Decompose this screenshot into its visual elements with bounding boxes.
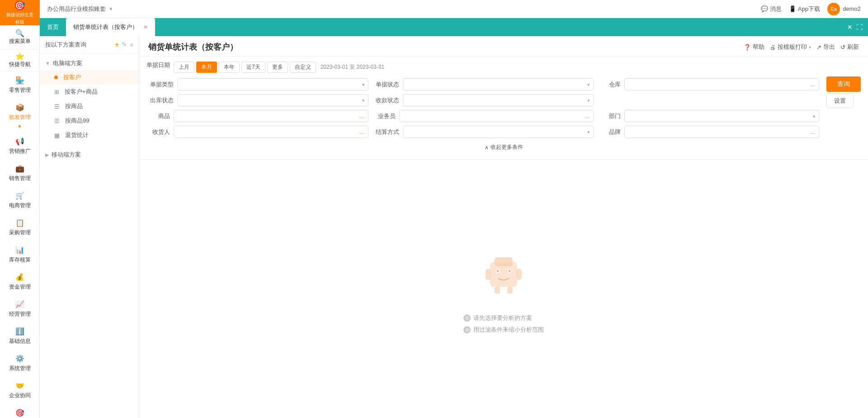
print-dropdown-icon[interactable]: ▾ (809, 45, 811, 50)
scheme-item-by-customer[interactable]: 按客户 (40, 70, 139, 85)
doc-status-select[interactable] (403, 78, 594, 90)
scheme-header-actions: + ✎ « (115, 41, 133, 49)
date-btn-last-month[interactable]: 上月 (174, 62, 194, 73)
receiver-label: 收货人 (150, 128, 174, 136)
message-btn[interactable]: 💬 消息 (761, 5, 782, 13)
export-btn[interactable]: ↗ 导出 (816, 43, 835, 51)
enterprise-icon: 🤝 (15, 381, 24, 390)
tab-close-window-icon[interactable]: ✕ (847, 24, 853, 31)
filter-cell-receipt-status: 收款状态 ▾ (372, 92, 598, 108)
hint-num-1: ① (463, 314, 471, 322)
sidebar-item-purchase[interactable]: 📋 采购管理 (0, 214, 39, 241)
query-button[interactable]: 查询 (826, 76, 861, 92)
out-status-select[interactable] (177, 94, 368, 106)
tab-expand-icon[interactable]: ⛶ (856, 24, 863, 31)
tab-maximize-group: ✕ ⛶ (847, 24, 863, 31)
brand-dots-btn[interactable]: ... (810, 128, 815, 135)
tab-report-label: 销货单统计表（按客户） (73, 23, 138, 31)
filter-cell-salesperson: 业务员 ... (372, 108, 598, 124)
help-btn[interactable]: ❓ 帮助 (744, 43, 764, 51)
sidebar-item-search[interactable]: 🔍 搜索菜单 (0, 25, 39, 49)
svg-rect-1 (495, 257, 513, 266)
filter-cell-warehouse: 仓库 ... (597, 76, 823, 92)
warehouse-dots-btn[interactable]: ... (810, 81, 815, 88)
scheme-item-by-product99[interactable]: ☰ 按商品99 (40, 114, 139, 128)
date-btn-this-year[interactable]: 本年 (219, 62, 240, 73)
tab-home[interactable]: 首页 (40, 18, 66, 36)
tab-close-icon[interactable]: ✕ (143, 24, 148, 30)
collapse-bar[interactable]: ∧ 收起更多条件 (146, 140, 861, 155)
date-btn-more[interactable]: 更多 (267, 62, 288, 73)
date-btn-this-month[interactable]: 本月 (196, 62, 217, 73)
department-select[interactable] (624, 110, 819, 122)
scheme-add-btn[interactable]: + (115, 41, 119, 49)
purchase-icon: 📋 (15, 218, 24, 227)
out-status-label: 出库状态 (150, 96, 177, 104)
hint-text-2: 用过滤条件来缩小分析范围 (473, 326, 544, 334)
scheme-group-desktop-header[interactable]: ▼ 电脑端方案 (40, 57, 139, 70)
scheme-item-by-product-label: 按商品 (65, 102, 83, 110)
sidebar-item-finance[interactable]: 💰 资金管理 (0, 268, 39, 295)
date-btn-custom[interactable]: 自定义 (290, 62, 316, 73)
date-label: 单据日期 (146, 61, 174, 69)
receiver-input[interactable]: ... (174, 126, 368, 138)
department-control: ▾ (624, 110, 819, 122)
scheme-item-refund-stats[interactable]: ▦ 退货统计 (40, 128, 139, 142)
scheme-group-mobile: ▶ 移动端方案 (40, 145, 139, 164)
salesperson-dots-btn[interactable]: ... (585, 113, 590, 119)
sidebar-item-wholesale[interactable]: 📦 批发管理 ▲ (0, 99, 39, 133)
user-profile[interactable]: Ea demo2 (827, 3, 861, 15)
product-dots-btn[interactable]: ... (359, 113, 364, 119)
doc-status-control: ▾ (403, 78, 594, 90)
brand-input[interactable]: ... (624, 126, 819, 138)
header-dropdown-icon[interactable]: ▾ (109, 5, 113, 12)
tab-report[interactable]: 销货单统计表（按客户） ✕ (66, 18, 155, 36)
doc-type-select[interactable] (177, 78, 368, 90)
sidebar-item-inventory[interactable]: 📊 库存核算 (0, 241, 39, 268)
warehouse-input[interactable]: ... (624, 78, 819, 90)
sidebar-item-sales[interactable]: 💼 销售管理 (0, 160, 39, 187)
sidebar-item-basic[interactable]: ℹ️ 基础信息 (0, 323, 39, 350)
settings-button[interactable]: 设置 (826, 94, 854, 108)
print-btn[interactable]: 🖨 按模板打印 ▾ (770, 43, 811, 51)
sidebar-item-operations[interactable]: 📈 经营管理 (0, 295, 39, 323)
app-download-btn[interactable]: 📱 App下载 (789, 5, 820, 13)
scheme-group-mobile-label: 移动端方案 (52, 151, 81, 159)
settlement-select[interactable] (403, 126, 594, 138)
wholesale-arrow: ▲ (18, 123, 22, 128)
scheme-edit-btn[interactable]: ✎ (122, 41, 127, 49)
scheme-item-by-customer-product[interactable]: ⊞ 按客户+商品 (40, 85, 139, 99)
receiver-dots-btn[interactable]: ... (359, 128, 364, 135)
header-left: 办公用品行业模拟账套 ▾ (47, 5, 113, 13)
filter-cell-department: 部门 ▾ (597, 108, 823, 124)
page-title: 销货单统计表（按客户） (148, 42, 238, 52)
refresh-btn[interactable]: ↺ 刷新 (840, 43, 859, 51)
wholesale-icon: 📦 (15, 103, 24, 112)
system-icon: ⚙️ (15, 354, 24, 363)
scheme-collapse-btn[interactable]: « (130, 41, 133, 49)
tab-home-label: 首页 (47, 23, 59, 31)
department-label: 部门 (601, 112, 624, 120)
receipt-status-select[interactable] (403, 94, 594, 106)
collapse-label: 收起更多条件 (491, 143, 523, 151)
warehouse-label: 仓库 (601, 81, 624, 89)
scheme-group-desktop: ▼ 电脑端方案 按客户 ⊞ 按客户+商品 ☰ 按商品 ☰ 按商品9 (40, 54, 139, 145)
date-btn-last7[interactable]: 近7天 (241, 62, 265, 73)
doc-status-label: 单据状态 (376, 81, 403, 89)
sidebar-item-quick-nav[interactable]: ⭐ 快捷导航 (0, 49, 39, 71)
sidebar-item-ecommerce[interactable]: 🛒 电商管理 (0, 187, 39, 214)
sidebar-item-retail[interactable]: 🏪 零售管理 (0, 71, 39, 99)
sidebar-item-system[interactable]: ⚙️ 系统管理 (0, 350, 39, 377)
filter-row-4: 收货人 ... 结算方式 (146, 124, 823, 140)
sidebar-item-newbie[interactable]: 🎯 新手引导 (0, 404, 39, 418)
out-status-control: ▾ (177, 94, 368, 106)
app-logo[interactable]: 🎯 畅捷信好生意 标版 (0, 0, 40, 25)
newbie-icon: 🎯 (15, 408, 24, 417)
sidebar-item-marketing[interactable]: 📢 营销推广 (0, 133, 39, 160)
product-input[interactable]: ... (174, 110, 368, 122)
salesperson-input[interactable]: ... (399, 110, 594, 122)
sidebar-item-enterprise[interactable]: 🤝 企业协同 (0, 377, 39, 404)
scheme-header: 按以下方案查询 + ✎ « (40, 36, 139, 54)
scheme-item-by-product[interactable]: ☰ 按商品 (40, 99, 139, 114)
scheme-group-mobile-header[interactable]: ▶ 移动端方案 (40, 148, 139, 162)
